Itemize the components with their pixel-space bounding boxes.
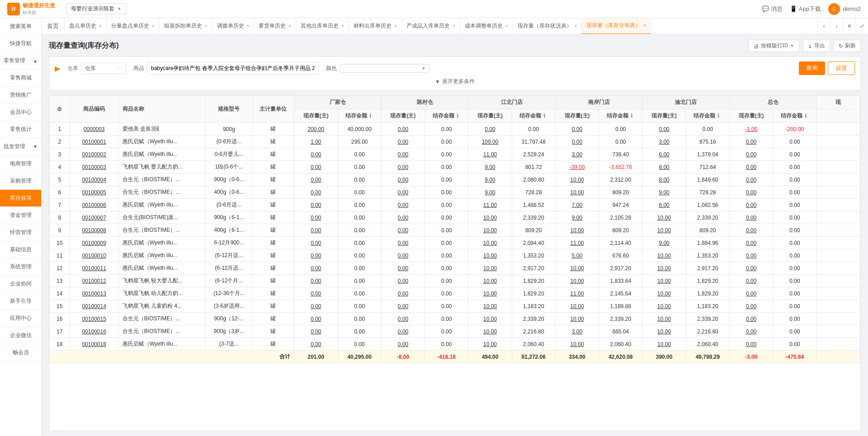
cell-code: 00100011 [70, 262, 118, 275]
sidebar-item-guide[interactable]: 新手引导 [0, 293, 41, 310]
cell-no: 7 [50, 199, 70, 211]
close-icon[interactable]: × [341, 23, 344, 28]
cell-chenhe-qty: 0.00 [381, 338, 425, 351]
sidebar-item-retail-mall[interactable]: 零售商城 [0, 70, 41, 87]
sidebar-item-wechat[interactable]: 企业微信 [0, 327, 41, 344]
close-icon[interactable]: × [643, 23, 646, 28]
refresh-btn[interactable]: ↻ 刷新 [834, 40, 861, 52]
tab-home[interactable]: 首页 [42, 18, 65, 34]
sidebar-item-finance[interactable]: 资金管理 [0, 207, 41, 224]
cell-factory-qty: 0.00 [294, 300, 338, 313]
cell-yuebei-amt: 1,183.20 [686, 300, 729, 313]
cell-no: 3 [50, 148, 70, 161]
cell-factory-amt: 0.00 [338, 199, 381, 211]
close-icon[interactable]: × [247, 23, 250, 28]
close-icon[interactable]: × [453, 23, 455, 28]
cell-unit: 罐 [252, 249, 294, 262]
tab-next-btn[interactable]: › [830, 18, 843, 34]
close-icon[interactable]: × [288, 23, 291, 28]
sidebar-item-inventory[interactable]: 库存核算 [0, 190, 41, 207]
gear-icon[interactable]: ⚙ [55, 105, 64, 114]
cell-chenhe-amt: 0.00 [425, 262, 468, 275]
cell-code: 00100014 [70, 300, 118, 313]
tab-inventory-count[interactable]: 盘点单历史 × [65, 18, 107, 34]
tab-transfer[interactable]: 调拨单历史 × [212, 18, 255, 34]
info-icon3[interactable]: ℹ [541, 113, 547, 119]
sidebar-item-search[interactable]: 搜索英单 [0, 18, 41, 35]
cell-yuebei-qty: 0.00 [642, 123, 686, 136]
query-btn[interactable]: 查询 [799, 61, 825, 75]
info-icon4[interactable]: ℹ [628, 113, 635, 119]
dropdown-arrow-icon2: ▼ [421, 66, 426, 71]
tab-portion-count[interactable]: 分量盘点单历史 × [107, 18, 160, 34]
tab-stock-distribution[interactable]: 现存量（库存分布表） × [582, 18, 651, 34]
cell-name: 飞鹤星飞帆 儿童奶粉 4... [118, 300, 206, 313]
close-icon[interactable]: × [505, 23, 508, 28]
sidebar-item-wholesale[interactable]: 批发管理 ▼ [0, 138, 41, 155]
info-icon6[interactable]: ℹ [802, 113, 809, 119]
expand-conditions-btn[interactable]: ▼ 展开更多条件 [435, 78, 475, 85]
message-btn[interactable]: 💬 消息 [762, 5, 783, 13]
tab-other-out[interactable]: 其他出库单历史 × [296, 18, 349, 34]
sidebar-item-operations[interactable]: 经营管理 [0, 224, 41, 241]
close-icon[interactable]: × [394, 23, 397, 28]
export-btn[interactable]: ⤓ 导出 [803, 40, 830, 52]
cell-unit: 罐 [252, 224, 294, 237]
cell-jiangbei-amt: 809.20 [512, 224, 555, 237]
cell-nanan-qty: 10.00 [555, 275, 599, 287]
tab-assembly[interactable]: 组装拆卸单历史 × [160, 18, 212, 34]
cell-factory-amt: 0.00 [338, 325, 381, 338]
sidebar-item-nav[interactable]: 快捷导航 [0, 35, 41, 52]
cell-jiangbei-amt: 2,080.80 [512, 173, 555, 186]
tab-stock-status[interactable]: 现存量（库存状况表） × [513, 18, 582, 34]
cell-total-qty: 0.00 [730, 300, 773, 313]
sidebar-item-app-center[interactable]: 应用中心 [0, 310, 41, 327]
sidebar-item-system[interactable]: 系统管理 [0, 258, 41, 276]
tab-order[interactable]: 要货单历史 × [254, 18, 296, 34]
info-icon2[interactable]: ℹ [454, 113, 461, 119]
tab-cost-adjust[interactable]: 成本调整单历史 × [460, 18, 513, 34]
cell-sum-jiangbei-qty: 494.00 [468, 351, 512, 363]
expand-orange-arrow-icon[interactable]: ▶ [55, 64, 60, 73]
th-factory-qty: 现存量(主) [294, 109, 338, 123]
tab-expand-btn[interactable]: ⤢ [855, 18, 868, 34]
tab-finished-in[interactable]: 产成品入库单历史 × [402, 18, 460, 34]
sidebar-item-retail-mgmt[interactable]: 零售管理 ▲ [0, 52, 41, 70]
tab-material-out[interactable]: 材料出库单历史 × [349, 18, 402, 34]
info-icon5[interactable]: ℹ [715, 113, 722, 119]
cell-jiangbei-amt: 1,829.20 [512, 275, 555, 287]
industry-selector[interactable]: 母婴行业演示陈套 ▼ [66, 3, 127, 14]
cell-yuebei-qty: 10.00 [642, 224, 686, 237]
sidebar-item-enterprise[interactable]: 企业协同 [0, 276, 41, 293]
goods-input[interactable] [147, 62, 319, 75]
setting-btn[interactable]: 设置 [828, 61, 855, 75]
close-icon[interactable]: × [99, 23, 102, 28]
cell-no: 8 [50, 211, 70, 224]
close-icon[interactable]: × [575, 23, 577, 28]
user-area[interactable]: E demo2 [828, 3, 861, 15]
cell-jiangbei-amt: 31,797.48 [512, 136, 555, 148]
sidebar-item-ecommerce[interactable]: 电商管理 [0, 155, 41, 173]
cell-name: 爱他美 盒装3段 [118, 123, 206, 136]
info-icon[interactable]: ℹ [367, 113, 373, 119]
color-selector[interactable]: ▼ [340, 64, 430, 73]
sidebar-item-member2[interactable]: 畅会员 [0, 344, 41, 361]
app-download-btn[interactable]: 📱 App下载 [790, 5, 821, 13]
cell-no: 15 [50, 300, 70, 313]
cell-unit: 罐 [252, 300, 294, 313]
close-icon[interactable]: × [152, 23, 155, 28]
tab-prev-btn[interactable]: ‹ [817, 18, 830, 34]
cell-factory-amt: 0.00 [338, 262, 381, 275]
sidebar-item-marketing[interactable]: 营销推广 [0, 87, 41, 104]
warehouse-selector[interactable]: 仓库 ··· [81, 63, 126, 74]
sidebar-item-purchase[interactable]: 采购管理 [0, 173, 41, 190]
sidebar-item-retail-stats[interactable]: 零售统计 [0, 121, 41, 138]
sidebar-item-base-info[interactable]: 基础信息 [0, 241, 41, 258]
print-btn[interactable]: 🖨 按模版打印 ▼ [749, 40, 799, 52]
page-title: 现存量查询(库存分布) [49, 41, 119, 51]
cell-chenhe-qty: 0.00 [381, 148, 425, 161]
table-row: 6 00100005 合生元（BIOSTIME）... 400g（0-6... … [50, 186, 860, 199]
tab-close-btn[interactable]: ✕ [843, 18, 855, 34]
sidebar-item-member[interactable]: 会员中心 [0, 104, 41, 121]
close-icon[interactable]: × [205, 23, 208, 28]
